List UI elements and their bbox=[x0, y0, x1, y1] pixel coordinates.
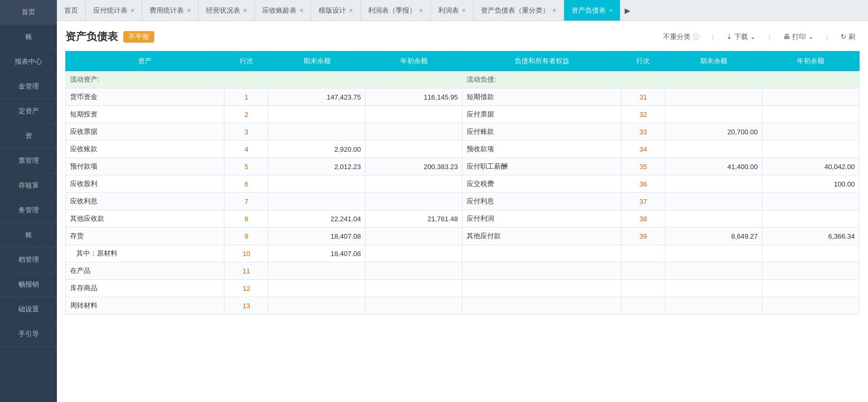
table-row: 应收票据 3 应付账款 33 20,700.00 bbox=[66, 123, 860, 141]
liability-begin-balance: 40,042.00 bbox=[762, 158, 859, 175]
asset-name: 应收利息 bbox=[66, 193, 224, 210]
tab-home[interactable]: 首页 bbox=[57, 0, 86, 21]
asset-name: 应收票据 bbox=[66, 123, 224, 141]
tab-operations[interactable]: 经营状况表 × bbox=[199, 0, 255, 21]
tab-ar-aging[interactable]: 应收账龄表 × bbox=[255, 0, 311, 21]
liability-name bbox=[462, 245, 621, 262]
liability-row-num bbox=[621, 245, 665, 262]
tab-template[interactable]: 模版设计 × bbox=[311, 0, 361, 21]
tab-close-profit[interactable]: × bbox=[462, 7, 466, 14]
liability-end-balance bbox=[665, 175, 762, 193]
tab-close-ar-aging[interactable]: × bbox=[300, 7, 303, 14]
sidebar-item-investment[interactable]: 资 bbox=[0, 124, 57, 149]
tab-close-profit-quarterly[interactable]: × bbox=[419, 7, 423, 14]
asset-begin-balance bbox=[366, 245, 462, 262]
sidebar-item-archive[interactable]: 档管理 bbox=[0, 248, 57, 272]
asset-begin-balance bbox=[366, 175, 462, 193]
asset-row-num: 4 bbox=[224, 141, 269, 158]
report-table: 资产 行次 期末余额 年初余额 负债和所有者权益 行次 期末余额 年初余额 流动… bbox=[65, 51, 860, 315]
asset-row-num: 5 bbox=[224, 158, 269, 175]
liability-begin-balance bbox=[762, 245, 859, 262]
tab-profit-quarterly[interactable]: 利润表（季报） × bbox=[361, 0, 431, 21]
asset-begin-balance bbox=[366, 297, 462, 315]
liability-row-num bbox=[621, 297, 665, 315]
liability-end-balance bbox=[665, 141, 762, 158]
sidebar-item-ledger[interactable]: 账 bbox=[0, 223, 57, 248]
col-begin-balance-left: 年初余额 bbox=[366, 52, 462, 71]
table-row: 应收股利 6 应交税费 36 100.00 bbox=[66, 175, 860, 193]
asset-name: 存货 bbox=[66, 228, 224, 245]
liability-name: 应付利息 bbox=[462, 193, 621, 210]
sidebar-item-tickets[interactable]: 票管理 bbox=[0, 149, 57, 173]
asset-row-num: 10 bbox=[224, 245, 269, 262]
asset-begin-balance bbox=[366, 123, 462, 141]
liability-begin-balance: 100.00 bbox=[762, 175, 859, 193]
liability-end-balance bbox=[665, 297, 762, 315]
sidebar-item-settings[interactable]: 础设置 bbox=[0, 297, 57, 322]
tab-close-expense-stats[interactable]: × bbox=[187, 7, 191, 14]
tab-close-ap-stats[interactable]: × bbox=[131, 7, 134, 14]
asset-name: 预付款项 bbox=[66, 158, 224, 175]
download-btn[interactable]: ⇣ 下载 ⌄ bbox=[722, 30, 760, 44]
asset-begin-balance bbox=[366, 141, 462, 158]
tab-balance[interactable]: 资产负债表 × bbox=[564, 0, 620, 21]
liability-name: 应付票据 bbox=[462, 106, 621, 123]
sidebar-item-tax[interactable]: 务管理 bbox=[0, 198, 57, 223]
asset-end-balance bbox=[269, 297, 366, 315]
tab-ap-stats[interactable]: 应付统计表 × bbox=[86, 0, 142, 21]
liability-begin-balance: 6,366.34 bbox=[762, 228, 859, 245]
liability-row-num: 38 bbox=[621, 210, 665, 228]
sidebar-item-inventory[interactable]: 存核算 bbox=[0, 173, 57, 198]
tab-expense-stats[interactable]: 费用统计表 × bbox=[142, 0, 199, 21]
download-icon: ⇣ bbox=[726, 33, 732, 41]
col-assets: 资产 bbox=[66, 52, 224, 71]
asset-row-num: 7 bbox=[224, 193, 269, 210]
asset-row-num: 12 bbox=[224, 280, 269, 297]
sidebar-item-fixed-assets[interactable]: 定资产 bbox=[0, 99, 57, 124]
print-btn[interactable]: 🖶 打印 ⌄ bbox=[779, 30, 818, 44]
sidebar-item-reports[interactable]: 报表中心 bbox=[0, 50, 57, 74]
main-area: 首页 应付统计表 × 费用统计表 × 经营状况表 × 应收账龄表 × 模版设计 … bbox=[57, 0, 868, 402]
tab-close-balance-reclassified[interactable]: × bbox=[553, 7, 556, 14]
asset-begin-balance: 21,761.48 bbox=[366, 210, 462, 228]
asset-begin-balance: 116,145.95 bbox=[366, 89, 462, 106]
tab-close-balance[interactable]: × bbox=[609, 7, 613, 14]
sidebar-item-account[interactable]: 账 bbox=[0, 25, 57, 50]
tab-close-operations[interactable]: × bbox=[243, 7, 247, 14]
liability-name bbox=[462, 297, 621, 315]
col-end-balance-left: 期末余额 bbox=[269, 52, 366, 71]
liability-row-num: 39 bbox=[621, 228, 665, 245]
tab-profit[interactable]: 利润表 × bbox=[431, 0, 474, 21]
table-row: 库存商品 12 bbox=[66, 280, 860, 297]
asset-name: 库存商品 bbox=[66, 280, 224, 297]
liability-row-num: 36 bbox=[621, 175, 665, 193]
table-row: 货币资金 1 147,423.75 116,145.95 短期借款 31 bbox=[66, 89, 860, 106]
asset-end-balance bbox=[269, 280, 366, 297]
liability-begin-balance bbox=[762, 297, 859, 315]
liability-begin-balance bbox=[762, 141, 859, 158]
liability-end-balance bbox=[665, 210, 762, 228]
asset-end-balance: 2,012.23 bbox=[269, 158, 366, 175]
sidebar-item-guide[interactable]: 手引导 bbox=[0, 322, 57, 347]
sidebar-item-home[interactable]: 首页 bbox=[0, 0, 57, 25]
tab-balance-reclassified[interactable]: 资产负债表（重分类） × bbox=[474, 0, 564, 21]
sidebar-item-expense[interactable]: 畅报销 bbox=[0, 272, 57, 297]
liability-begin-balance bbox=[762, 262, 859, 280]
table-row: 短期投资 2 应付票据 32 bbox=[66, 106, 860, 123]
sidebar-item-funds[interactable]: 金管理 bbox=[0, 74, 57, 99]
tab-bar: 首页 应付统计表 × 费用统计表 × 经营状况表 × 应收账龄表 × 模版设计 … bbox=[57, 0, 868, 21]
col-begin-balance-right: 年初余额 bbox=[762, 52, 859, 71]
liability-row-num: 32 bbox=[621, 106, 665, 123]
col-end-balance-right: 期末余额 bbox=[665, 52, 762, 71]
tab-scroll-right[interactable]: ▶ bbox=[620, 0, 635, 21]
liability-end-balance: 41,400.00 bbox=[665, 158, 762, 175]
liability-end-balance bbox=[665, 262, 762, 280]
asset-name: 其中：原材料 bbox=[66, 245, 224, 262]
classify-btn[interactable]: 不重分类 ⓘ bbox=[659, 30, 704, 44]
unbalanced-badge: 不平衡 bbox=[123, 31, 154, 43]
tab-close-template[interactable]: × bbox=[349, 7, 353, 14]
asset-end-balance: 147,423.75 bbox=[269, 89, 366, 106]
refresh-btn[interactable]: ↻ 刷 bbox=[836, 30, 860, 44]
liability-begin-balance bbox=[762, 106, 859, 123]
liability-end-balance: 8,649.27 bbox=[665, 228, 762, 245]
